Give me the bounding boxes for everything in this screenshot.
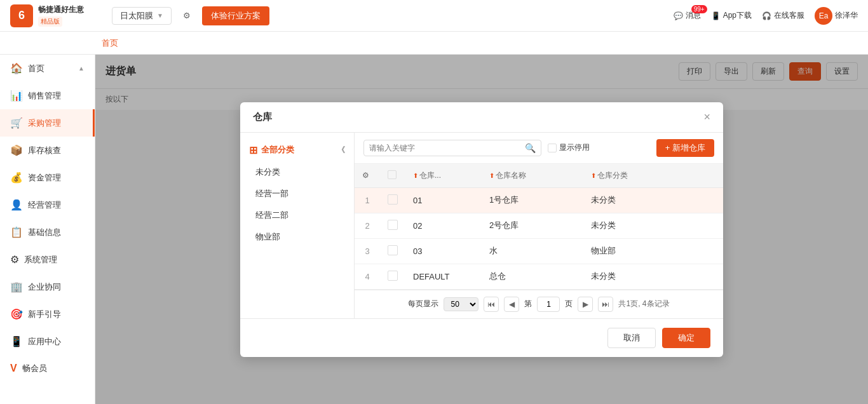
header-right: 💬 消息 99+ 📱 App下载 🎧 在线客服 Ea 徐泽华 — [674, 7, 858, 25]
table-row[interactable]: 4 DEFAULT 总仓 未分类 — [355, 264, 723, 289]
logo-badge: 精品版 — [38, 17, 62, 27]
category-item-ops1[interactable]: 经营一部 — [240, 183, 354, 205]
sidebar-item-guide[interactable]: 🎯 新手引导 — [0, 300, 95, 328]
membership-icon: V — [10, 363, 17, 374]
sidebar-label-home: 首页 — [28, 63, 44, 74]
row-cat-4: 未分类 — [583, 264, 723, 289]
sidebar-item-membership[interactable]: V 畅会员 — [0, 355, 95, 382]
purchase-icon: 🛒 — [10, 117, 23, 129]
sidebar-label-finance: 资金管理 — [28, 172, 61, 184]
store-selector[interactable]: 日太阳膜 ▼ — [112, 7, 172, 25]
row-select-1[interactable] — [388, 194, 398, 205]
user-profile-button[interactable]: Ea 徐泽华 — [815, 7, 858, 25]
sidebar-label-sales: 销售管理 — [28, 90, 61, 102]
basic-info-icon: 📋 — [10, 226, 23, 238]
th-settings: ⚙ — [355, 164, 380, 188]
sidebar-item-inventory[interactable]: 📦 库存核查 — [0, 137, 95, 164]
row-checkbox-1[interactable] — [380, 187, 405, 213]
table-header: ⚙ ⬆仓库... ⬆仓库名称 — [355, 164, 723, 188]
sidebar: 🏠 首页 ▲ 📊 销售管理 🛒 采购管理 📦 库存核查 💰 资金管理 👤 经营管… — [0, 55, 95, 404]
logo-icon: 6 — [10, 4, 33, 27]
table-body: 1 01 1号仓库 未分类 2 02 — [355, 187, 723, 289]
confirm-button[interactable]: 确定 — [662, 328, 710, 348]
row-select-4[interactable] — [388, 271, 398, 281]
breadcrumb-home[interactable]: 首页 — [102, 38, 118, 48]
customer-service-button[interactable]: 🎧 在线客服 — [762, 10, 804, 21]
page-unit: 页 — [565, 299, 573, 309]
th-name: ⬆仓库名称 — [482, 164, 583, 188]
sidebar-item-basic-info[interactable]: 📋 基础信息 — [0, 219, 95, 246]
prev-page-button[interactable]: ◀ — [504, 297, 519, 312]
collapse-icon[interactable]: 《 — [337, 145, 345, 156]
search-input[interactable] — [369, 144, 522, 152]
guide-icon: 🎯 — [10, 308, 23, 320]
industry-button[interactable]: 体验行业方案 — [202, 6, 269, 25]
row-cat-3: 物业部 — [583, 238, 723, 264]
sidebar-item-home[interactable]: 🏠 首页 ▲ — [0, 55, 95, 82]
chevron-down-icon: ▼ — [157, 12, 163, 19]
headset-icon: 🎧 — [762, 11, 771, 20]
user-name: 徐泽华 — [835, 10, 858, 21]
operations-icon: 👤 — [10, 199, 23, 211]
page-number-input[interactable] — [537, 297, 560, 312]
settings-icon[interactable]: ⚙ — [177, 6, 197, 26]
row-code-1: 01 — [405, 187, 482, 213]
main-content: 进货单 打印 导出 刷新 查询 设置 按以下 仓库 × — [95, 55, 868, 404]
search-box: 🔍 — [363, 140, 541, 156]
next-page-button[interactable]: ▶ — [578, 297, 593, 312]
sales-icon: 📊 — [10, 90, 23, 102]
row-checkbox-4[interactable] — [380, 264, 405, 289]
page-size-select[interactable]: 50 10 20 100 — [444, 297, 478, 311]
sidebar-item-system[interactable]: ⚙ 系统管理 — [0, 246, 95, 273]
sidebar-item-sales[interactable]: 📊 销售管理 — [0, 82, 95, 109]
category-item-uncategorized[interactable]: 未分类 — [240, 161, 354, 183]
table-row[interactable]: 2 02 2号仓库 未分类 — [355, 213, 723, 238]
category-all-header[interactable]: ⊞ 全部分类 《 — [240, 139, 354, 161]
category-item-property[interactable]: 物业部 — [240, 226, 354, 248]
pagination-bar: 每页显示 50 10 20 100 ⏮ ◀ 第 页 — [355, 290, 723, 318]
th-category: ⬆仓库分类 — [583, 164, 723, 188]
chevron-up-icon: ▲ — [78, 65, 85, 72]
table-row[interactable]: 3 03 水 物业部 — [355, 238, 723, 264]
select-all-checkbox[interactable] — [388, 170, 397, 179]
row-num-3: 3 — [355, 238, 380, 264]
logo-text-area: 畅捷通好生意 精品版 — [38, 4, 84, 27]
sidebar-item-purchase[interactable]: 🛒 采购管理 — [0, 109, 95, 137]
top-header: 6 畅捷通好生意 精品版 日太阳膜 ▼ ⚙ 体验行业方案 💬 消息 99+ 📱 … — [0, 0, 868, 32]
row-select-2[interactable] — [388, 220, 398, 230]
first-page-button[interactable]: ⏮ — [484, 297, 499, 312]
show-disabled-checkbox[interactable] — [548, 144, 557, 152]
row-num-4: 4 — [355, 264, 380, 289]
sidebar-item-finance[interactable]: 💰 资金管理 — [0, 164, 95, 191]
sidebar-item-enterprise[interactable]: 🏢 企业协同 — [0, 273, 95, 300]
add-warehouse-button[interactable]: + 新增仓库 — [656, 139, 714, 157]
table-row[interactable]: 1 01 1号仓库 未分类 — [355, 187, 723, 213]
row-select-3[interactable] — [388, 245, 398, 255]
search-icon[interactable]: 🔍 — [525, 143, 536, 153]
sidebar-item-app-center[interactable]: 📱 应用中心 — [0, 328, 95, 355]
warehouse-table: ⚙ ⬆仓库... ⬆仓库名称 — [355, 164, 723, 290]
store-name: 日太阳膜 — [120, 10, 153, 22]
sidebar-item-operations[interactable]: 👤 经营管理 — [0, 191, 95, 219]
sidebar-label-basic-info: 基础信息 — [28, 227, 61, 238]
row-checkbox-3[interactable] — [380, 238, 405, 264]
enterprise-icon: 🏢 — [10, 281, 23, 293]
cancel-button[interactable]: 取消 — [607, 328, 656, 348]
warehouse-modal: 仓库 × ⊞ 全部分类 《 未分类 — [240, 102, 723, 357]
category-all-label: 全部分类 — [261, 144, 294, 156]
avatar: Ea — [815, 7, 832, 25]
category-item-ops2[interactable]: 经营二部 — [240, 205, 354, 226]
category-panel: ⊞ 全部分类 《 未分类 经营一部 经营二部 — [240, 133, 355, 318]
modal-overlay: 仓库 × ⊞ 全部分类 《 未分类 — [95, 55, 868, 404]
th-checkbox — [380, 164, 405, 188]
app-download-button[interactable]: 📱 App下载 — [711, 10, 752, 21]
messages-button[interactable]: 💬 消息 99+ — [674, 10, 701, 21]
last-page-button[interactable]: ⏭ — [598, 297, 613, 312]
sort-icon-cat: ⬆ — [591, 172, 596, 179]
total-info: 共1页, 4条记录 — [618, 299, 669, 309]
system-icon: ⚙ — [10, 253, 19, 266]
row-checkbox-2[interactable] — [380, 213, 405, 238]
grid-icon: ⊞ — [249, 144, 257, 156]
modal-close-button[interactable]: × — [703, 111, 710, 123]
row-num-2: 2 — [355, 213, 380, 238]
